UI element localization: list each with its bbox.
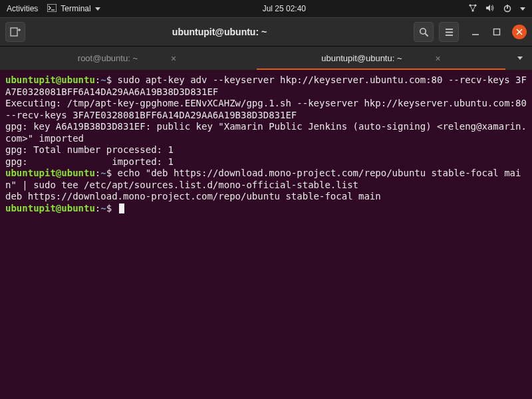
tab-label: root@ubuntu: ~ [78,53,138,63]
terminal-header-bar: ubuntupit@ubuntu: ~ [0,17,532,47]
window-title: ubuntupit@ubuntu: ~ [31,27,408,37]
svg-rect-0 [47,4,57,12]
output-line: Executing: /tmp/apt-key-gpghome.EENvXCAH… [5,98,532,120]
activities-button[interactable]: Activities [7,4,38,13]
tab-ubuntupit[interactable]: ubuntupit@ubuntu: ~ × [254,47,508,70]
chevron-down-icon [517,57,523,60]
gnome-top-bar: Activities Terminal Jul 25 02:40 [0,0,532,17]
app-menu-label: Terminal [61,4,90,13]
app-menu-button[interactable]: Terminal [47,4,100,14]
minimize-button[interactable] [469,26,481,38]
output-line: deb https://download.mono-project.com/re… [5,191,381,201]
terminal-pane[interactable]: ubuntupit@ubuntu:~$ sudo apt-key adv --k… [0,70,532,399]
maximize-button[interactable] [491,26,503,38]
close-button[interactable] [512,25,527,39]
output-line: gpg: key A6A19B38D3D831EF: public key "X… [5,121,527,144]
chevron-down-icon[interactable] [520,7,525,11]
cursor [119,203,124,213]
power-icon[interactable] [503,3,512,15]
new-tab-button[interactable] [5,22,25,42]
hamburger-icon [444,27,454,37]
prompt-path: ~ [100,168,106,178]
minimize-icon [471,28,479,36]
prompt-end: $ [106,203,118,213]
prompt-end: $ [106,74,118,85]
search-icon [419,27,429,37]
prompt-path: ~ [100,74,106,85]
prompt-userhost: ubuntupit@ubuntu [5,74,95,85]
tab-close-button[interactable]: × [436,53,441,64]
clock[interactable]: Jul 25 02:40 [100,4,468,13]
hamburger-menu-button[interactable] [439,22,459,42]
maximize-icon [493,28,501,36]
prompt-path: ~ [100,203,106,213]
svg-line-7 [473,5,475,11]
prompt-end: $ [106,168,118,178]
svg-rect-11 [11,28,17,36]
svg-point-14 [420,28,425,33]
svg-line-15 [425,33,428,36]
tab-close-button[interactable]: × [171,53,176,64]
tab-menu-button[interactable] [508,47,532,70]
chevron-down-icon [95,7,100,11]
svg-line-6 [470,5,473,11]
volume-icon[interactable] [485,3,495,15]
svg-marker-8 [486,5,490,11]
terminal-tab-bar: root@ubuntu: ~ × ubuntupit@ubuntu: ~ × [0,47,532,70]
tab-label: ubuntupit@ubuntu: ~ [321,53,402,63]
network-icon[interactable] [468,3,477,15]
output-line: gpg: Total number processed: 1 [5,144,174,155]
output-line: gpg: imported: 1 [5,156,174,167]
svg-rect-20 [494,29,500,35]
prompt-userhost: ubuntupit@ubuntu [5,168,95,178]
search-button[interactable] [414,22,434,42]
tab-root[interactable]: root@ubuntu: ~ × [0,47,254,70]
close-icon [516,29,523,35]
prompt-userhost: ubuntupit@ubuntu [5,203,95,213]
terminal-icon [47,4,57,14]
